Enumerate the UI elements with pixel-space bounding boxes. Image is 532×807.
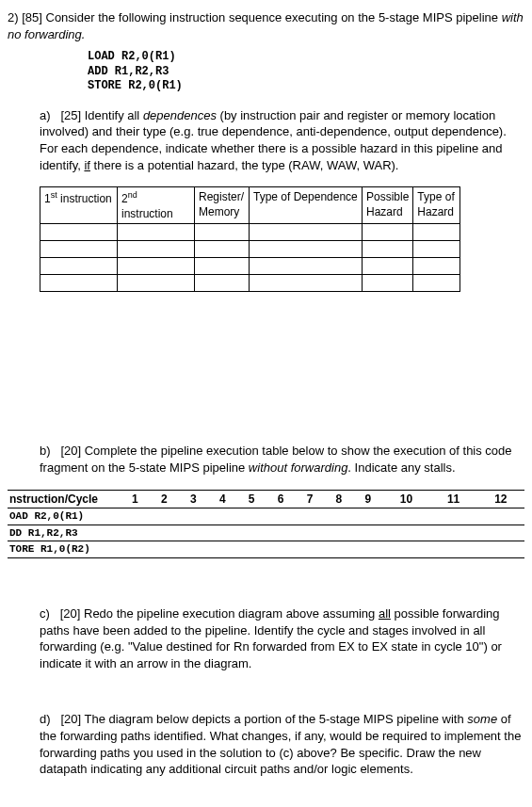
part-a-text3: there is a potential hazard, the type (R…: [90, 158, 399, 172]
spacer: [8, 292, 524, 443]
dep-col-2a: 2: [121, 192, 128, 205]
part-c-label: c): [40, 606, 50, 621]
dep-col-6: Type of Hazard: [413, 187, 460, 224]
table-row: TORE R1,0(R2): [8, 541, 524, 558]
part-c-underline: all: [379, 606, 391, 621]
code-line-1: LOAD R2,0(R1): [88, 50, 524, 65]
part-a-label: a): [40, 108, 51, 122]
table-row: DD R1,R2,R3: [8, 525, 524, 541]
cycle-header: 3: [179, 490, 208, 508]
part-d: d) [20] The diagram below depicts a port…: [24, 711, 524, 777]
part-b-em: without forwarding: [249, 460, 348, 475]
part-b-label: b): [40, 444, 51, 458]
part-d-points: [20]: [60, 712, 81, 726]
spacer: [8, 685, 524, 711]
pipe-col-header: nstruction/Cycle: [8, 490, 121, 508]
dep-col-1a: 1: [44, 192, 51, 205]
code-line-3: STORE R2,0(R1): [88, 79, 524, 94]
question-header: 2) [85] Consider the following instructi…: [8, 9, 524, 42]
dependence-table: 1st instruction 2nd instruction Register…: [40, 186, 460, 292]
part-d-label: d): [40, 712, 51, 726]
code-line-2: ADD R1,R2,R3: [88, 65, 524, 80]
pipeline-table: nstruction/Cycle 1 2 3 4 5 6 7 8 9 10 11…: [8, 490, 524, 559]
pipe-instr: TORE R1,0(R2): [8, 541, 121, 558]
cycle-header: 9: [353, 490, 382, 508]
question-points: [85]: [22, 10, 42, 24]
dep-col-2: 2nd instruction: [118, 187, 195, 224]
dep-col-1: 1st instruction: [40, 187, 118, 224]
dep-col-2b: instruction: [121, 207, 173, 220]
part-c-text1: Redo the pipeline execution diagram abov…: [84, 606, 379, 621]
part-a-text1: Identify all: [85, 108, 143, 122]
dep-col-1b: instruction: [57, 192, 112, 205]
cycle-header: 5: [237, 490, 266, 508]
spacer: [8, 558, 524, 605]
code-block: LOAD R2,0(R1) ADD R1,R2,R3 STORE R2,0(R1…: [88, 50, 524, 94]
table-row: [40, 224, 460, 241]
dep-col-5: Possible Hazard: [363, 187, 413, 224]
cycle-header: 10: [382, 490, 429, 508]
part-a: a) [25] Identify all dependences (by ins…: [24, 107, 524, 173]
cycle-header: 7: [296, 490, 325, 508]
part-c: c) [20] Redo the pipeline execution diag…: [24, 605, 524, 671]
question-intro: Consider the following instruction seque…: [46, 10, 499, 24]
cycle-header: 4: [208, 490, 237, 508]
pipe-instr: DD R1,R2,R3: [8, 525, 121, 541]
part-a-em: dependences: [143, 108, 217, 122]
table-row: [40, 275, 460, 292]
cycle-header: 2: [150, 490, 179, 508]
part-d-em: some: [467, 712, 497, 726]
part-b-points: [20]: [60, 444, 81, 458]
part-c-points: [20]: [60, 606, 81, 621]
table-row: OAD R2,0(R1): [8, 508, 524, 525]
cycle-header: 12: [477, 490, 524, 508]
part-b: b) [20] Complete the pipeline execution …: [24, 443, 524, 476]
dep-col-4: Type of Dependence: [250, 187, 363, 224]
cycle-header: 11: [430, 490, 477, 508]
question-number: 2): [8, 10, 19, 24]
cycle-header: 8: [324, 490, 353, 508]
cycle-header: 1: [121, 490, 150, 508]
table-row: [40, 241, 460, 258]
part-a-points: [25]: [60, 108, 81, 122]
table-row: [40, 258, 460, 275]
pipe-instr: OAD R2,0(R1): [8, 508, 121, 525]
cycle-header: 6: [266, 490, 296, 508]
part-b-text2: . Indicate any stalls.: [347, 460, 455, 475]
part-d-text1: The diagram below depicts a portion of t…: [84, 712, 467, 726]
dep-col-3: Register/ Memory: [195, 187, 250, 224]
